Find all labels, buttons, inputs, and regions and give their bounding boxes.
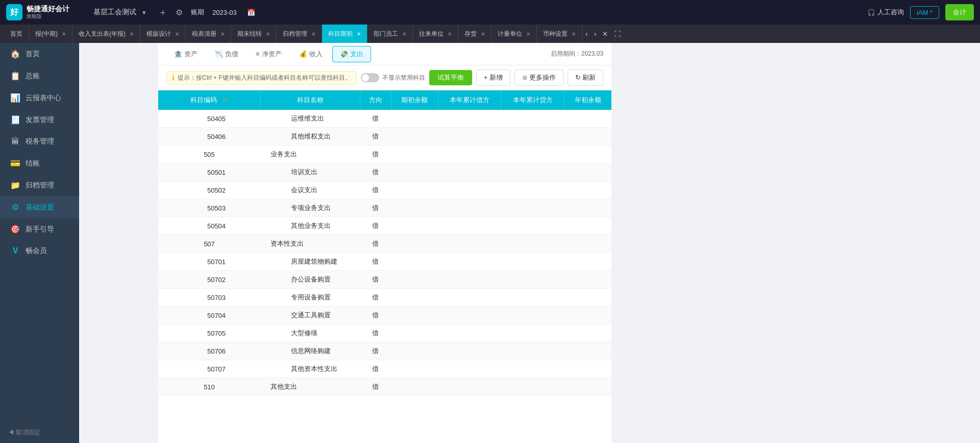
table-row[interactable]: 510其他支出借 [158,378,611,396]
sidebar-item-guide[interactable]: 🎯 新手引导 [0,218,79,240]
sidebar-item-checkout[interactable]: 💳 结账 [0,152,79,174]
cell-period-balance [391,342,438,360]
add-tab-icon[interactable]: ＋ [158,6,167,18]
sidebar-item-member-label: 畅会员 [26,246,47,255]
tab-tax-list-close[interactable]: ✕ [220,31,225,37]
tab-nav-prev[interactable]: ‹ [582,30,591,38]
cell-ytd-debit [438,253,501,271]
tab-nav-next[interactable]: › [591,30,600,38]
more-ops-btn[interactable]: ⊙ 更多操作 [514,69,564,86]
sidebar-item-tax[interactable]: 🏛 税务管理 [0,131,79,152]
col-settings-icon[interactable]: ⚙ [222,96,228,104]
cell-code: 50704 [158,307,260,324]
cell-code: 50504 [158,217,260,235]
table-row[interactable]: 505业务支出借 [158,146,611,164]
tab-template-close[interactable]: ✕ [175,31,179,37]
tab-period-end-label: 期末结转 [237,30,262,38]
table-row[interactable]: 50503专项业务支出借 [158,199,611,217]
calendar-icon[interactable]: 📅 [247,9,255,16]
sidebar-item-member[interactable]: V 畅会员 [0,240,79,262]
tab-inventory[interactable]: 存货 ✕ [458,25,492,43]
tab-report-mid-label: 报(中期) [35,30,58,38]
tab-template[interactable]: 模版设计 ✕ [140,25,186,43]
cell-direction: 借 [360,199,391,217]
sub-tab-liabilities[interactable]: 📉 负债 [207,46,246,62]
iamstar-button[interactable]: iAM * [910,6,939,19]
cell-direction: 借 [360,110,391,128]
table-row[interactable]: 50705大型修缮借 [158,324,611,342]
tab-home[interactable]: 首页 [4,25,29,43]
guide-icon: 🎯 [10,224,20,234]
cell-direction: 借 [360,378,391,396]
customer-service-btn[interactable]: 🎧 人工咨询 [867,8,904,17]
tab-period-end-close[interactable]: ✕ [266,31,270,37]
tab-contacts[interactable]: 往来单位 ✕ [413,25,458,43]
sidebar-item-invoice[interactable]: 🧾 发票管理 [0,109,79,131]
table-row[interactable]: 50702办公设备购置借 [158,271,611,289]
settings-icon[interactable]: ⚙ [176,8,183,17]
tab-report-mid[interactable]: 报(中期) ✕ [29,25,72,43]
tab-template-label: 模版设计 [146,30,171,38]
tab-dept-staff-close[interactable]: ✕ [402,31,406,37]
sidebar-item-settings[interactable]: ⚙ 基础设置 [0,196,79,218]
tab-currency[interactable]: 币种设置 ✕ [537,25,582,43]
cell-code: 507 [158,235,260,253]
table-row[interactable]: 50701房屋建筑物购建借 [158,253,611,271]
tab-report-mid-close[interactable]: ✕ [62,31,66,37]
tab-dept-staff[interactable]: 部门员工 ✕ [368,25,413,43]
tab-expand-btn[interactable]: ⛶ [611,30,624,38]
calc-balance-btn[interactable]: 试算平衡 [429,70,472,85]
tab-income-year[interactable]: 收入支出表(年报) ✕ [72,25,140,43]
table-row[interactable]: 50706信息网络购建借 [158,342,611,360]
cell-ytd-debit [438,307,501,324]
tab-subject-init[interactable]: 科目期初 ✕ [322,25,368,43]
sub-tab-assets[interactable]: 🏦 资产 [166,46,205,62]
account-btn[interactable]: 会计 [945,4,974,20]
expense-tab-label: 支出 [350,50,363,59]
netassets-tab-label: 净资产 [262,50,282,59]
sidebar: 🏠 首页 📋 总账 📊 云报表中心 🧾 发票管理 🏛 税务管理 💳 结账 📁 归… [0,43,79,443]
company-name: 基层工会测试 [93,8,136,17]
switch-knob [362,74,369,81]
tab-subject-init-close[interactable]: ✕ [357,31,361,37]
sub-tab-netassets[interactable]: ≡ 净资产 [248,46,289,62]
cell-year-balance [564,164,611,181]
sub-tab-expense[interactable]: 💸 支出 [332,46,371,62]
table-row[interactable]: 50703专用设备购置借 [158,289,611,307]
tab-tax-list[interactable]: 税表清册 ✕ [186,25,231,43]
sub-tab-income[interactable]: 💰 收入 [291,46,330,62]
table-row[interactable]: 50501培训支出借 [158,164,611,181]
table-row[interactable]: 50405运维维支出借 [158,110,611,128]
tab-period-end[interactable]: 期末结转 ✕ [231,25,277,43]
tab-income-year-close[interactable]: ✕ [130,31,134,37]
table-row[interactable]: 50504其他业务支出借 [158,217,611,235]
sidebar-item-ledger[interactable]: 📋 总账 [0,65,79,87]
cell-direction: 借 [360,146,391,164]
notice-icon: ℹ [172,74,175,82]
tab-archive-close[interactable]: ✕ [311,31,315,37]
refresh-btn[interactable]: ↻ 刷新 [568,69,604,86]
tab-unit[interactable]: 计量单位 ✕ [492,25,537,43]
company-dropdown-icon[interactable]: ▾ [142,9,146,16]
tab-inventory-close[interactable]: ✕ [481,31,485,37]
table-row[interactable]: 50707其他资本性支出借 [158,360,611,378]
table-row[interactable]: 50406其他维权支出借 [158,128,611,146]
sidebar-collapse-btn[interactable]: ◀ 取消固定 [0,422,79,443]
sidebar-item-archive[interactable]: 📁 归档管理 [0,174,79,196]
tab-contacts-close[interactable]: ✕ [448,31,452,37]
tab-unit-close[interactable]: ✕ [526,31,530,37]
table-row[interactable]: 50704交通工具购置借 [158,307,611,324]
tab-close-all-btn[interactable]: ✕ [599,30,611,38]
sidebar-item-home[interactable]: 🏠 首页 [0,43,79,65]
cell-ytd-debit [438,378,501,396]
add-btn[interactable]: + 新增 [476,69,510,86]
switch-control[interactable] [361,73,379,82]
sidebar-item-cloud[interactable]: 📊 云报表中心 [0,87,79,109]
cell-name: 其他资本性支出 [260,360,360,378]
table-row[interactable]: 50502会议支出借 [158,181,611,199]
col-header-code: 科目编码 ⚙ [158,90,260,110]
tab-archive[interactable]: 归档管理 ✕ [277,25,322,43]
toggle-disable-switch[interactable]: 不显示禁用科目 [361,73,425,82]
table-row[interactable]: 507资本性支出借 [158,235,611,253]
tab-currency-close[interactable]: ✕ [572,31,576,37]
